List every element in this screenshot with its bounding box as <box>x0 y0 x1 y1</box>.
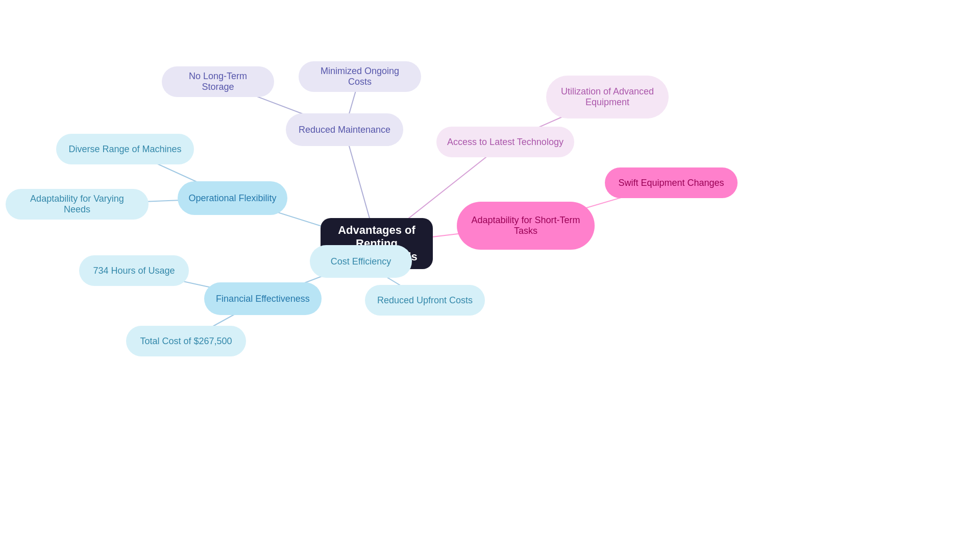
adaptability-short-term-node: Adaptability for Short-Term Tasks <box>457 202 595 250</box>
operational-flexibility-label: Operational Flexibility <box>188 193 276 204</box>
reduced-maintenance-node: Reduced Maintenance <box>286 113 403 146</box>
access-latest-tech-node: Access to Latest Technology <box>436 127 574 157</box>
total-cost-label: Total Cost of $267,500 <box>140 336 232 347</box>
diverse-range-label: Diverse Range of Machines <box>68 144 181 155</box>
no-long-term-storage-node: No Long-Term Storage <box>162 66 274 97</box>
swift-equipment-label: Swift Equipment Changes <box>618 178 724 188</box>
minimized-ongoing-costs-label: Minimized Ongoing Costs <box>309 66 411 87</box>
reduced-maintenance-label: Reduced Maintenance <box>299 125 390 135</box>
reduced-upfront-node: Reduced Upfront Costs <box>365 285 485 316</box>
reduced-upfront-label: Reduced Upfront Costs <box>377 295 473 306</box>
financial-effectiveness-label: Financial Effectiveness <box>216 294 310 304</box>
utilization-advanced-label: Utilization of Advanced Equipment <box>556 86 658 108</box>
minimized-ongoing-costs-node: Minimized Ongoing Costs <box>299 61 421 92</box>
cost-efficiency-label: Cost Efficiency <box>331 256 391 267</box>
cost-efficiency-node: Cost Efficiency <box>310 245 412 278</box>
adaptability-varying-label: Adaptability for Varying Needs <box>16 194 138 215</box>
diverse-range-node: Diverse Range of Machines <box>56 134 194 164</box>
total-cost-node: Total Cost of $267,500 <box>126 326 246 356</box>
operational-flexibility-node: Operational Flexibility <box>178 181 287 215</box>
adaptability-varying-node: Adaptability for Varying Needs <box>6 189 149 220</box>
adaptability-short-term-label: Adaptability for Short-Term Tasks <box>467 215 584 236</box>
hours-usage-node: 734 Hours of Usage <box>79 255 189 286</box>
access-latest-tech-label: Access to Latest Technology <box>447 137 564 148</box>
financial-effectiveness-node: Financial Effectiveness <box>204 282 322 315</box>
no-long-term-storage-label: No Long-Term Storage <box>172 71 264 92</box>
utilization-advanced-node: Utilization of Advanced Equipment <box>546 76 669 118</box>
swift-equipment-node: Swift Equipment Changes <box>605 167 738 198</box>
hours-usage-label: 734 Hours of Usage <box>93 266 175 276</box>
